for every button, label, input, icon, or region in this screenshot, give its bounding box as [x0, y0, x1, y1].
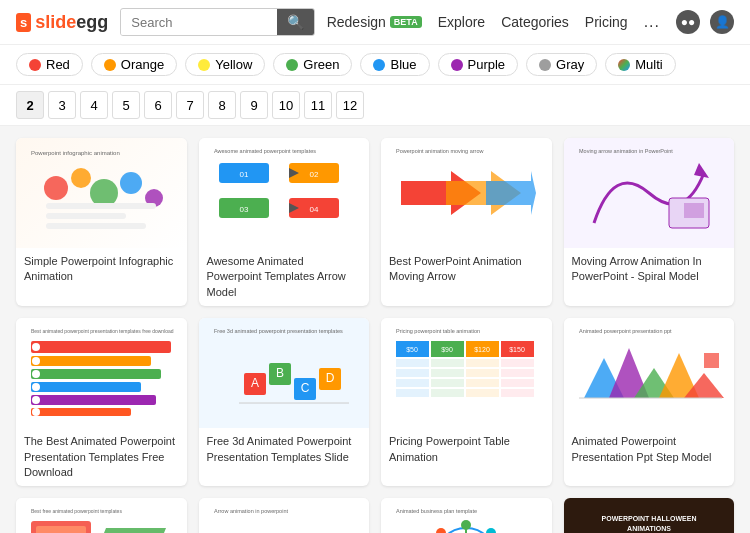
nav-pricing[interactable]: Pricing — [585, 14, 628, 30]
svg-text:D: D — [325, 371, 334, 385]
nav-user-icons: ●● 👤 — [676, 10, 734, 34]
svg-rect-62 — [501, 359, 534, 367]
card-2-title: Awesome Animated Powerpoint Templates Ar… — [199, 248, 370, 306]
card-10-thumb: Arrow animation in powerpoint — [199, 498, 370, 533]
svg-marker-86 — [96, 528, 166, 533]
logo-text: slideegg — [35, 12, 108, 33]
filter-orange[interactable]: Orange — [91, 53, 177, 76]
color-label-gray: Gray — [556, 57, 584, 72]
filter-yellow[interactable]: Yellow — [185, 53, 265, 76]
filter-red[interactable]: Red — [16, 53, 83, 76]
card-12[interactable]: POWERPOINT HALLOWEEN ANIMATIONS 🎃 🕷 👻 Ha… — [564, 498, 735, 533]
filter-multi[interactable]: Multi — [605, 53, 675, 76]
logo-icon: s — [16, 13, 31, 32]
svg-text:$90: $90 — [441, 346, 453, 353]
page-btn-4[interactable]: 4 — [80, 91, 108, 119]
svg-rect-66 — [501, 369, 534, 377]
svg-point-3 — [90, 179, 118, 207]
color-filter-bar: Red Orange Yellow Green Blue Purple Gray… — [0, 45, 750, 85]
svg-rect-64 — [431, 369, 464, 377]
svg-text:Animated powerpoint presentati: Animated powerpoint presentation ppt — [579, 328, 672, 334]
svg-rect-82 — [704, 353, 719, 368]
svg-rect-8 — [46, 223, 146, 229]
svg-point-37 — [32, 383, 40, 391]
page-btn-9[interactable]: 9 — [240, 91, 268, 119]
page-btn-11[interactable]: 11 — [304, 91, 332, 119]
card-11-thumb: Animated business plan template — [381, 498, 552, 533]
svg-point-107 — [436, 528, 446, 533]
card-6[interactable]: Free 3d animated powerpoint presentation… — [199, 318, 370, 486]
svg-point-4 — [120, 172, 142, 194]
page-btn-7[interactable]: 7 — [176, 91, 204, 119]
page-btn-6[interactable]: 6 — [144, 91, 172, 119]
color-dot-red — [29, 59, 41, 71]
filter-green[interactable]: Green — [273, 53, 352, 76]
svg-text:Arrow animation in powerpoint: Arrow animation in powerpoint — [214, 508, 288, 514]
nav-more-dots[interactable]: ... — [644, 13, 660, 31]
svg-point-2 — [71, 168, 91, 188]
card-8[interactable]: Animated powerpoint presentation ppt Ani… — [564, 318, 735, 486]
svg-point-36 — [32, 370, 40, 378]
svg-rect-30 — [31, 369, 161, 379]
svg-text:B: B — [276, 366, 284, 380]
color-dot-green — [286, 59, 298, 71]
filter-gray[interactable]: Gray — [526, 53, 597, 76]
card-11[interactable]: Animated business plan template Animated… — [381, 498, 552, 533]
page-btn-10[interactable]: 10 — [272, 91, 300, 119]
card-1[interactable]: Powerpoint infographic animation Simple … — [16, 138, 187, 306]
nav-explore[interactable]: Explore — [438, 14, 485, 30]
svg-rect-73 — [466, 389, 499, 397]
page-btn-8[interactable]: 8 — [208, 91, 236, 119]
card-4-thumb: Moving arrow animation in PowerPoint — [564, 138, 735, 248]
card-2[interactable]: Awesome animated powerpoint templates 01… — [199, 138, 370, 306]
svg-point-38 — [32, 396, 40, 404]
svg-rect-7 — [46, 213, 126, 219]
svg-text:Free 3d animated powerpoint pr: Free 3d animated powerpoint presentation… — [214, 328, 343, 334]
nav-redesign: Redesign BETA — [327, 14, 422, 30]
header: s slideegg 🔍 Redesign BETA Explore Categ… — [0, 0, 750, 45]
svg-marker-25 — [694, 163, 709, 178]
search-input[interactable] — [121, 10, 276, 35]
svg-rect-67 — [396, 379, 429, 387]
search-button[interactable]: 🔍 — [277, 9, 314, 35]
svg-text:$120: $120 — [474, 346, 490, 353]
nav-redesign-link[interactable]: Redesign — [327, 14, 386, 30]
card-3-title: Best PowerPoint Animation Moving Arrow — [381, 248, 552, 291]
card-3-thumb: Powerpoint animation moving arrow — [381, 138, 552, 248]
page-btn-5[interactable]: 5 — [112, 91, 140, 119]
filter-purple[interactable]: Purple — [438, 53, 519, 76]
card-5[interactable]: Best animated powerpoint presentation te… — [16, 318, 187, 486]
logo[interactable]: s slideegg — [16, 12, 108, 33]
svg-rect-69 — [466, 379, 499, 387]
profile-icon[interactable]: ●● — [676, 10, 700, 34]
color-dot-yellow — [198, 59, 210, 71]
svg-rect-33 — [31, 408, 131, 416]
filter-blue[interactable]: Blue — [360, 53, 429, 76]
card-8-title: Animated Powerpoint Presentation Ppt Ste… — [564, 428, 735, 471]
card-9[interactable]: Best free animated powerpoint templates … — [16, 498, 187, 533]
page-btn-12[interactable]: 12 — [336, 91, 364, 119]
color-dot-orange — [104, 59, 116, 71]
page-btn-2[interactable]: 2 — [16, 91, 44, 119]
page-btn-3[interactable]: 3 — [48, 91, 76, 119]
svg-rect-72 — [431, 389, 464, 397]
nav-categories[interactable]: Categories — [501, 14, 569, 30]
svg-text:Moving arrow animation in Powe: Moving arrow animation in PowerPoint — [579, 148, 673, 154]
card-4-title: Moving Arrow Animation In PowerPoint - S… — [564, 248, 735, 291]
svg-rect-85 — [36, 526, 86, 533]
svg-text:Best free animated powerpoint : Best free animated powerpoint templates — [31, 508, 122, 514]
card-10[interactable]: Arrow animation in powerpoint Steps Arro… — [199, 498, 370, 533]
color-dot-blue — [373, 59, 385, 71]
svg-text:Pricing powerpoint table anima: Pricing powerpoint table animation — [396, 328, 480, 334]
card-3[interactable]: Powerpoint animation moving arrow Best P… — [381, 138, 552, 306]
svg-rect-71 — [396, 389, 429, 397]
color-label-orange: Orange — [121, 57, 164, 72]
user-icon[interactable]: 👤 — [710, 10, 734, 34]
card-4[interactable]: Moving arrow animation in PowerPoint Mov… — [564, 138, 735, 306]
svg-point-1 — [44, 176, 68, 200]
color-label-yellow: Yellow — [215, 57, 252, 72]
card-2-thumb: Awesome animated powerpoint templates 01… — [199, 138, 370, 248]
svg-rect-63 — [396, 369, 429, 377]
card-7[interactable]: Pricing powerpoint table animation $50 $… — [381, 318, 552, 486]
svg-point-39 — [32, 408, 40, 416]
